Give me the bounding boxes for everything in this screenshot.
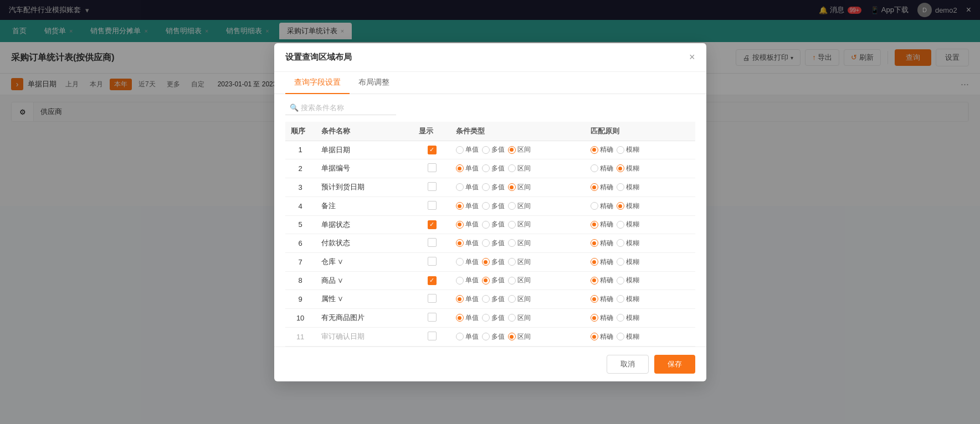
radio-circle bbox=[617, 183, 624, 191]
cell-order: 1 bbox=[285, 141, 316, 159]
cell-match: 精确模糊 bbox=[585, 141, 695, 159]
modal-tab-layout[interactable]: 布局调整 bbox=[350, 72, 398, 94]
table-row: 1单据日期单值多值区间精确模糊 bbox=[285, 141, 695, 159]
type-radio-item[interactable]: 单值 bbox=[456, 183, 479, 192]
modal-search-area: 🔍 bbox=[274, 94, 706, 122]
radio-circle bbox=[591, 202, 598, 206]
cell-name: 预计到货日期 bbox=[316, 178, 414, 197]
radio-circle bbox=[456, 183, 464, 191]
radio-circle bbox=[456, 202, 464, 206]
cell-name: 备注 bbox=[316, 197, 414, 206]
modal-table: 顺序 条件名称 显示 条件类型 匹配原则 1单据日期单值多值区间精确模糊2单据编… bbox=[285, 122, 695, 206]
table-header-row: 顺序 条件名称 显示 条件类型 匹配原则 bbox=[285, 122, 695, 141]
type-radio-item[interactable]: 区间 bbox=[508, 183, 531, 192]
radio-circle bbox=[617, 164, 624, 172]
type-radio-item[interactable]: 单值 bbox=[456, 145, 479, 154]
show-checkbox[interactable] bbox=[428, 201, 437, 206]
search-wrapper: 🔍 bbox=[285, 101, 396, 115]
cell-match: 精确模糊 bbox=[585, 178, 695, 197]
match-radio-item[interactable]: 精确 bbox=[591, 164, 613, 173]
radio-circle bbox=[508, 183, 516, 191]
modal-table-wrap: 顺序 条件名称 显示 条件类型 匹配原则 1单据日期单值多值区间精确模糊2单据编… bbox=[274, 122, 706, 206]
radio-circle bbox=[617, 202, 624, 206]
th-type: 条件类型 bbox=[450, 122, 585, 141]
cell-order: 4 bbox=[285, 197, 316, 206]
cell-name: 单据日期 bbox=[316, 141, 414, 159]
match-radio-item[interactable]: 精确 bbox=[591, 145, 613, 154]
table-row: 4备注单值多值区间精确模糊 bbox=[285, 197, 695, 206]
cell-type: 单值多值区间 bbox=[450, 178, 585, 197]
radio-circle bbox=[617, 146, 624, 154]
cell-type: 单值多值区间 bbox=[450, 197, 585, 206]
cell-match: 精确模糊 bbox=[585, 159, 695, 178]
th-name: 条件名称 bbox=[316, 122, 414, 141]
cell-show[interactable] bbox=[413, 178, 450, 197]
modal-title: 设置查询区域布局 bbox=[285, 52, 352, 63]
cell-match: 精确模糊 bbox=[585, 197, 695, 206]
match-radio-item[interactable]: 模糊 bbox=[617, 201, 639, 206]
type-radio-item[interactable]: 多值 bbox=[482, 183, 505, 192]
radio-circle bbox=[482, 202, 490, 206]
modal-tab-query-fields[interactable]: 查询字段设置 bbox=[285, 72, 350, 94]
show-checkbox[interactable] bbox=[428, 163, 437, 172]
th-show: 显示 bbox=[413, 122, 450, 141]
radio-circle bbox=[456, 164, 464, 172]
type-radio-item[interactable]: 单值 bbox=[456, 201, 479, 206]
type-radio-item[interactable]: 多值 bbox=[482, 201, 505, 206]
modal-header: 设置查询区域布局 × bbox=[274, 43, 706, 72]
th-match: 匹配原则 bbox=[585, 122, 695, 141]
modal-dialog: 设置查询区域布局 × 查询字段设置 布局调整 🔍 顺序 条件名称 显示 bbox=[274, 43, 706, 206]
match-radio-item[interactable]: 模糊 bbox=[617, 164, 639, 173]
type-radio-item[interactable]: 区间 bbox=[508, 145, 531, 154]
modal-tabs: 查询字段设置 布局调整 bbox=[274, 72, 706, 94]
overlay: 设置查询区域布局 × 查询字段设置 布局调整 🔍 顺序 条件名称 显示 bbox=[0, 0, 980, 206]
radio-circle bbox=[508, 146, 516, 154]
match-radio-item[interactable]: 精确 bbox=[591, 183, 613, 192]
th-order: 顺序 bbox=[285, 122, 316, 141]
table-row: 2单据编号单值多值区间精确模糊 bbox=[285, 159, 695, 178]
radio-circle bbox=[591, 146, 598, 154]
show-checkbox[interactable] bbox=[428, 146, 437, 154]
radio-circle bbox=[508, 202, 516, 206]
match-radio-item[interactable]: 模糊 bbox=[617, 145, 639, 154]
radio-circle bbox=[591, 183, 598, 191]
type-radio-item[interactable]: 区间 bbox=[508, 201, 531, 206]
cell-name: 单据编号 bbox=[316, 159, 414, 178]
show-checkbox[interactable] bbox=[428, 182, 437, 191]
cell-type: 单值多值区间 bbox=[450, 159, 585, 178]
type-radio-item[interactable]: 多值 bbox=[482, 164, 505, 173]
radio-circle bbox=[456, 146, 464, 154]
type-radio-item[interactable]: 单值 bbox=[456, 164, 479, 173]
cell-type: 单值多值区间 bbox=[450, 141, 585, 159]
cell-order: 2 bbox=[285, 159, 316, 178]
modal-close-button[interactable]: × bbox=[689, 52, 695, 62]
search-icon: 🔍 bbox=[290, 104, 299, 112]
type-radio-item[interactable]: 多值 bbox=[482, 145, 505, 154]
search-input[interactable] bbox=[285, 101, 396, 115]
type-radio-item[interactable]: 区间 bbox=[508, 164, 531, 173]
cell-show[interactable] bbox=[413, 141, 450, 159]
cell-show[interactable] bbox=[413, 197, 450, 206]
cell-show[interactable] bbox=[413, 159, 450, 178]
match-radio-item[interactable]: 模糊 bbox=[617, 183, 639, 192]
radio-circle bbox=[482, 146, 490, 154]
table-row: 3预计到货日期单值多值区间精确模糊 bbox=[285, 178, 695, 197]
cell-order: 3 bbox=[285, 178, 316, 197]
radio-circle bbox=[508, 164, 516, 172]
radio-circle bbox=[482, 183, 490, 191]
radio-circle bbox=[482, 164, 490, 172]
match-radio-item[interactable]: 精确 bbox=[591, 201, 613, 206]
radio-circle bbox=[591, 164, 598, 172]
